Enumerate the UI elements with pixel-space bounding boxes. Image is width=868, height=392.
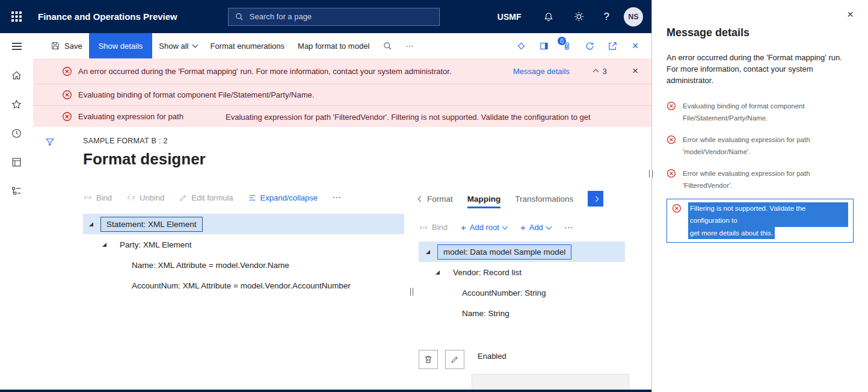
close-icon: × [632, 40, 639, 52]
sidebar-item-workspaces[interactable] [11, 185, 22, 197]
tree-node-label[interactable]: Name: XML Attribute = model.Vendor.Name [126, 258, 295, 273]
tree-node-label[interactable]: Statement: XML Element [100, 217, 203, 232]
show-details-button[interactable]: Show details [89, 33, 153, 58]
tree-row-model[interactable]: model: Data model Sample model [419, 241, 625, 262]
bind-button[interactable]: Bind [83, 193, 112, 202]
unbind-button[interactable]: Unbind [126, 193, 164, 202]
mapping-bind-button[interactable]: Bind [419, 223, 448, 232]
model-tree: model: Data model Sample model Vendor: R… [419, 241, 625, 323]
error-detail-item-selected[interactable]: Filtering is not supported. Validate the… [666, 199, 854, 242]
company-picker-button[interactable]: USMF [485, 0, 534, 33]
search-input[interactable] [248, 11, 433, 22]
expander-icon[interactable] [436, 270, 440, 275]
detail-line: Error while evaluating expression for pa… [683, 134, 810, 146]
sidebar-item-home[interactable] [11, 69, 22, 81]
actionbar-search-button[interactable] [376, 33, 399, 58]
format-structure-pane: Bind Unbind [83, 191, 404, 392]
tree-node-label[interactable]: Vendor: Record list [447, 265, 528, 280]
add-root-button[interactable]: + Add root [461, 222, 507, 232]
mapping-pane-tabs: Format Mapping Transformations [419, 191, 625, 208]
expand-menu-button[interactable] [11, 40, 22, 52]
app-root: Finance and Operations Preview USMF [0, 0, 868, 392]
error-detail-item[interactable]: Error while evaluating expression for pa… [666, 167, 854, 191]
edit-formula-button[interactable]: Edit formula [179, 193, 233, 202]
tree-node-label[interactable]: AccountNum: XML Attribute = model.Vendor… [126, 278, 357, 293]
expand-collapse-button[interactable]: Expand/collapse [248, 193, 318, 202]
help-button[interactable]: ? [594, 0, 619, 33]
more-commands-button[interactable]: ⋯ [399, 33, 420, 58]
mapping-more-button[interactable]: ⋯ [564, 222, 573, 233]
close-panel-button[interactable]: × [843, 7, 857, 22]
open-in-new-window-button[interactable] [603, 37, 621, 55]
add-button[interactable]: + Add [520, 222, 551, 232]
next-tab-button[interactable] [588, 191, 603, 207]
filter-button[interactable] [45, 137, 55, 148]
apps-button[interactable] [512, 37, 530, 55]
user-avatar[interactable]: NS [624, 7, 643, 26]
detail-line-highlighted: get more details about this. [688, 227, 775, 239]
close-page-button[interactable]: × [626, 37, 644, 55]
page-title: Format designer [83, 150, 625, 169]
sidebar-item-favorites[interactable] [11, 98, 22, 110]
error-detail-item[interactable]: Error while evaluating expression for pa… [666, 134, 854, 158]
delete-button[interactable] [419, 350, 438, 369]
tree-node-label[interactable]: AccountNumber: String [456, 285, 552, 300]
hamburger-icon [11, 42, 22, 51]
error-detail-text: Error while evaluating expression for pa… [683, 167, 854, 191]
tab-mapping[interactable]: Mapping [467, 194, 501, 208]
mapping-bottom-row: Enabled [419, 350, 625, 369]
add-root-label: Add root [470, 223, 499, 232]
page-search-box[interactable] [228, 8, 440, 26]
refresh-button[interactable] [580, 37, 599, 55]
chevron-down-icon [192, 42, 198, 48]
open-new-window-icon [608, 41, 618, 51]
tree-row-vendor[interactable]: Vendor: Record list [419, 262, 625, 282]
collapse-messages-button[interactable]: 3 [590, 66, 611, 76]
expander-icon[interactable] [426, 250, 430, 254]
dismiss-messages-button[interactable]: × [630, 65, 641, 77]
panel-splitter-handle[interactable] [649, 170, 653, 178]
app-launcher-button[interactable] [0, 0, 33, 33]
tree-node-label[interactable]: Party: XML Element [114, 237, 198, 252]
format-enumerations-label: Format enumerations [211, 42, 285, 51]
attachments-button[interactable]: 0 [558, 37, 576, 55]
bell-icon [543, 11, 554, 22]
tab-format-label: Format [427, 194, 453, 204]
expander-icon[interactable] [89, 222, 93, 226]
tree-row-accountnum[interactable]: AccountNum: XML Attribute = model.Vendor… [83, 275, 404, 296]
detail-line: File/Statement/Party/Name. [683, 112, 805, 124]
settings-button[interactable] [564, 0, 594, 33]
notifications-button[interactable] [534, 0, 564, 33]
pane-splitter [404, 191, 419, 392]
message-details-link[interactable]: Message details [513, 67, 570, 76]
tree-row-statement[interactable]: Statement: XML Element [83, 214, 404, 234]
message-bar-row: Evaluating expression for path Evaluatin… [33, 105, 651, 127]
tree-row-party[interactable]: Party: XML Element [83, 234, 404, 255]
pane-splitter-handle[interactable] [410, 288, 413, 296]
tree-node-label[interactable]: Name: String [456, 306, 516, 321]
related-info-panel-button[interactable] [535, 37, 553, 55]
error-detail-text: Error while evaluating expression for pa… [683, 134, 810, 158]
message-bar-overlay-text: Evaluating expression for path 'Filtered… [226, 112, 591, 121]
show-all-dropdown[interactable]: Show all [152, 33, 203, 58]
left-sidebar [0, 33, 33, 392]
tree-row-accountnumber[interactable]: AccountNumber: String [419, 282, 625, 303]
sidebar-item-recent[interactable] [11, 127, 22, 139]
sidebar-item-forms[interactable] [11, 156, 22, 168]
error-circle-icon [62, 90, 72, 100]
trash-icon [423, 355, 433, 364]
tab-transformations[interactable]: Transformations [515, 194, 573, 208]
format-enumerations-button[interactable]: Format enumerations [204, 33, 292, 58]
main-content-column: Save Show details Show all Format enumer… [33, 33, 651, 392]
tree-row-name[interactable]: Name: XML Attribute = model.Vendor.Name [83, 255, 404, 275]
format-pane-more-button[interactable]: ⋯ [332, 192, 341, 203]
error-detail-item[interactable]: Evaluating binding of format component F… [666, 100, 854, 124]
tree-row-name-string[interactable]: Name: String [419, 303, 625, 323]
edit-button[interactable] [445, 350, 464, 369]
expander-icon[interactable] [102, 243, 106, 247]
tree-node-label[interactable]: model: Data model Sample model [437, 244, 571, 260]
tab-format[interactable]: Format [419, 194, 453, 208]
home-icon [11, 70, 22, 81]
map-format-to-model-button[interactable]: Map format to model [291, 33, 376, 58]
save-button[interactable]: Save [44, 33, 89, 58]
